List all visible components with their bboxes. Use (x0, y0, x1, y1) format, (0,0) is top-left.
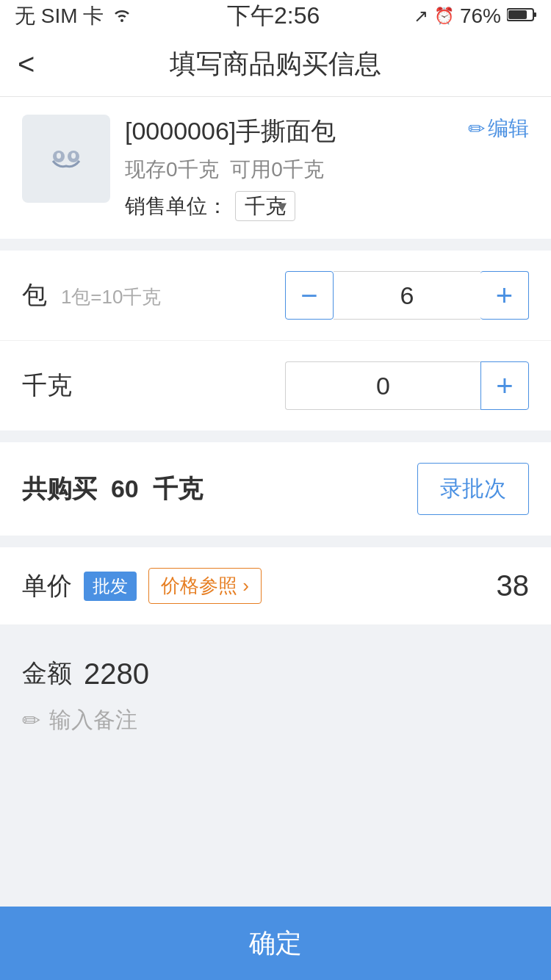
package-label: 包 (22, 281, 47, 309)
price-section: 单价 批发 价格参照 › 38 (0, 547, 551, 624)
status-left: 无 SIM 卡 (15, 2, 133, 30)
remark-icon: ✏ (22, 707, 40, 733)
back-button[interactable]: < (18, 48, 35, 81)
package-minus-button[interactable]: − (285, 271, 334, 320)
alarm-icon: ⏰ (434, 7, 454, 26)
amount-row: 金额 2280 (22, 657, 529, 691)
kilo-input-row: 千克 + (0, 341, 551, 430)
battery-label: 76% (460, 4, 501, 28)
confirm-bar[interactable]: 确定 (0, 907, 551, 980)
kilo-controls: + (285, 361, 529, 410)
package-controls: − + (285, 271, 529, 320)
unit-label: 销售单位： (125, 192, 228, 220)
svg-rect-1 (533, 12, 536, 17)
battery-icon (507, 4, 536, 28)
price-row: 单价 批发 价格参照 › 38 (22, 568, 529, 604)
summary-row: 共购买 60 千克 录批次 (0, 442, 551, 536)
price-ref-button[interactable]: 价格参照 › (148, 568, 262, 604)
summary-unit: 千克 (153, 475, 203, 502)
batch-button[interactable]: 录批次 (417, 463, 529, 515)
remark-row[interactable]: ✏ 输入备注 (22, 705, 529, 735)
location-icon: ↗ (414, 6, 428, 26)
unit-select-wrapper[interactable]: 千克 (235, 191, 295, 221)
edit-label: 编辑 (488, 115, 529, 143)
page-title: 填写商品购买信息 (170, 46, 381, 82)
product-unit-row: 销售单位： 千克 (125, 191, 529, 221)
sim-label: 无 SIM 卡 (15, 2, 104, 30)
status-time: 下午2:56 (227, 0, 320, 32)
package-input[interactable] (334, 271, 480, 320)
status-bar: 无 SIM 卡 下午2:56 ↗ ⏰ 76% (0, 0, 551, 32)
package-label-area: 包 1包=10千克 (22, 278, 161, 312)
price-value: 38 (497, 569, 530, 602)
product-name: [0000006]手撕面包 (125, 115, 336, 148)
summary-prefix: 共购买 (22, 475, 97, 502)
product-stock: 现存0千克 可用0千克 (125, 156, 529, 184)
confirm-button-label: 确定 (249, 926, 302, 962)
unit-select[interactable]: 千克 (235, 191, 295, 221)
amount-section: 金额 2280 ✏ 输入备注 (0, 636, 551, 756)
svg-point-5 (57, 153, 61, 159)
edit-icon: ✏ (468, 117, 485, 141)
price-label: 单价 (22, 569, 72, 603)
product-info: [0000006]手撕面包 ✏ 编辑 现存0千克 可用0千克 销售单位： 千克 (125, 115, 529, 221)
kilo-input[interactable] (285, 361, 480, 410)
package-sublabel: 1包=10千克 (61, 286, 162, 308)
price-tag: 批发 (84, 572, 137, 601)
package-plus-button[interactable]: + (480, 271, 529, 320)
amount-label: 金额 (22, 657, 72, 691)
product-image (22, 115, 110, 203)
svg-point-6 (71, 153, 76, 159)
amount-value: 2280 (84, 657, 149, 691)
svg-rect-2 (508, 10, 527, 19)
summary-text: 共购买 60 千克 (22, 472, 203, 506)
kilo-plus-button[interactable]: + (480, 361, 529, 410)
wifi-icon (111, 4, 133, 28)
edit-button[interactable]: ✏ 编辑 (468, 115, 529, 143)
package-input-row: 包 1包=10千克 − + (0, 251, 551, 341)
summary-amount: 60 (111, 475, 139, 502)
nav-bar: < 填写商品购买信息 (0, 32, 551, 97)
input-section: 包 1包=10千克 − + 千克 + (0, 251, 551, 430)
remark-label: 输入备注 (49, 705, 137, 735)
kilo-label: 千克 (22, 369, 72, 403)
product-card: [0000006]手撕面包 ✏ 编辑 现存0千克 可用0千克 销售单位： 千克 (0, 97, 551, 239)
status-right: ↗ ⏰ 76% (414, 4, 536, 28)
